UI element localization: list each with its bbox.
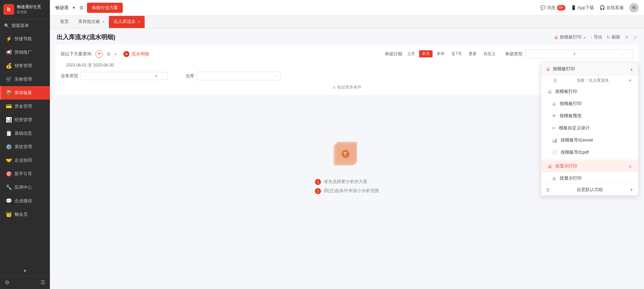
finance-icon: 💳 (6, 103, 12, 109)
dropdown-display-print-header[interactable]: 🖨 按显示打印 ▲ (541, 160, 638, 172)
display-print-header-label: 按显示打印 (555, 163, 577, 169)
tab-batch-account-close[interactable]: × (102, 20, 104, 24)
tab-inout-flow[interactable]: 出入库流水 × (109, 16, 144, 28)
warehouse-label: 仓库 (185, 73, 194, 79)
collapse-menu-icon[interactable]: ☰ (40, 279, 45, 286)
filter-settings-btn[interactable]: ⚙ (105, 50, 112, 58)
dropdown-item-template-excel[interactable]: 📊 按模板导出excel (541, 134, 638, 146)
sidebar-item-label: 企业微信 (14, 198, 32, 204)
enterprise-icon: 🤝 (6, 157, 12, 163)
empty-step-1-text: 请先选择要分析的方案 (324, 179, 368, 185)
window-close-btn[interactable]: ✕ (624, 34, 629, 41)
sidebar-scroll-down[interactable]: ▼ (0, 266, 50, 275)
app-download-btn[interactable]: 📱 App下载 (571, 5, 594, 11)
dropdown-item-template-pdf[interactable]: 📄 按模板导出pdf (541, 146, 638, 158)
quick-nav-icon: ⚡ (6, 36, 12, 42)
trial-btn[interactable]: 体验行业方案 (87, 3, 123, 13)
biz-type-select[interactable]: ▼ (80, 72, 168, 80)
sidebar-item-inventory[interactable]: 📦 库存核算 (0, 86, 50, 100)
print-dropdown-chevron[interactable]: ▲ (583, 35, 586, 39)
header-right: 💬 消息 99+ 📱 App下载 🎧 在线客服 畅 (540, 3, 639, 12)
print-template-label: 按模板打印 (560, 34, 582, 40)
filter-collapse-icon[interactable]: « (114, 51, 117, 56)
export-icon: ↑ (590, 35, 593, 40)
doc-type-select[interactable]: ▼ ··· (525, 49, 633, 58)
online-service-label: 在线客服 (606, 5, 624, 11)
set-default-icon: ☰ (546, 187, 550, 192)
dropdown-footer[interactable]: ☰ 设置默认功能 ▼ (541, 184, 638, 195)
dropdown-template-print-header[interactable]: 🖨 按模板打印 (541, 85, 638, 98)
date-btn-last-month[interactable]: 上月 (404, 50, 418, 57)
page-header: 出入库流水(流水明细) 🖨 按模板打印 ▲ ↑ 导出 ↻ 刷新 ✕ ⤢ (50, 28, 644, 45)
refresh-label: 刷新 (612, 34, 620, 40)
template-preview-icon: 👁 (552, 113, 556, 119)
tab-batch-account[interactable]: 库存批次账 × (74, 16, 109, 28)
dropdown-scrollable: ☰ 当前：出入库流水 ▼ 🖨 按模板打印 🖨 按模板打印 👁 按模板预览 (541, 76, 638, 184)
empty-step-2: 2 用[过滤]条件来缩小分析范围 (315, 188, 379, 194)
date-btn-custom[interactable]: 自定义 (481, 50, 498, 57)
export-label: 导出 (594, 34, 603, 40)
warehouse-ellipsis[interactable]: ··· (273, 74, 277, 78)
headset-icon: 🎧 (599, 5, 605, 10)
settings-icon[interactable]: ⚙ (5, 279, 9, 286)
settings-gear-icon[interactable]: ⚙ (79, 5, 84, 11)
sidebar-item-system[interactable]: ⚙️ 系统管理 (0, 140, 50, 154)
sidebar-item-quick-nav[interactable]: ⚡ 快捷导航 (0, 32, 50, 46)
print-template-btn[interactable]: 🖨 按模板打印 ▲ (554, 34, 586, 40)
dropdown-item-template-preview[interactable]: 👁 按模板预览 (541, 110, 638, 122)
active-filter-icon: ● (123, 51, 129, 57)
display-section-chevron[interactable]: ▲ (628, 164, 632, 168)
sidebar-item-apps[interactable]: 🔧 应用中心 (0, 181, 50, 194)
refresh-btn[interactable]: ↻ 刷新 (607, 34, 620, 40)
member-icon: 👑 (6, 211, 12, 217)
sidebar-item-marketing[interactable]: 📢 营销推广 (0, 46, 50, 59)
doc-type-ellipsis[interactable]: ··· (620, 51, 623, 56)
sidebar-item-purchase[interactable]: 🛒 采购管理 (0, 73, 50, 86)
biz-type-filter: 业务类型 ▼ (61, 72, 168, 80)
filter-label: 按以下方案查询 (61, 51, 91, 57)
tab-inout-flow-close[interactable]: × (138, 20, 140, 24)
header-left: 畅捷通 ▼ ⚙ 体验行业方案 (55, 3, 123, 13)
date-btn-more[interactable]: 更多 (466, 50, 479, 57)
dropdown-item-template-print[interactable]: 🖨 按模板打印 (541, 98, 638, 110)
dropdown-item-display-print[interactable]: 🖨 按显示打印 (541, 172, 638, 184)
collapse-more-btn[interactable]: ∧ 收起更多条件 (333, 84, 361, 90)
sidebar-item-guide[interactable]: 🎯 新手引导 (0, 167, 50, 181)
export-btn[interactable]: ↑ 导出 (590, 34, 603, 40)
tab-batch-account-label: 库存批次账 (78, 19, 100, 25)
filter-add-btn[interactable]: + (95, 50, 103, 58)
sidebar-search[interactable]: 🔍 搜索菜单 (0, 19, 50, 32)
sidebar-item-member[interactable]: 👑 畅会员 (0, 208, 50, 221)
date-btn-7days[interactable]: 近7天 (449, 50, 465, 57)
window-expand-btn[interactable]: ⤢ (633, 34, 637, 41)
user-dropdown-icon[interactable]: ▼ (72, 5, 76, 10)
sidebar-item-label: 企业协同 (14, 157, 32, 163)
tab-inout-flow-label: 出入库流水 (114, 19, 136, 25)
user-avatar[interactable]: 畅 (629, 3, 639, 12)
sidebar-item-label: 经营管理 (14, 117, 32, 123)
tab-bar: 首页 库存批次账 × 出入库流水 × (50, 16, 644, 28)
operations-icon: 📊 (6, 117, 12, 123)
sidebar-nav: ⚡ 快捷导航 📢 营销推广 💰 销售管理 🛒 采购管理 📦 库存核算 💳 资金管… (0, 32, 50, 266)
sidebar-item-enterprise[interactable]: 🤝 企业协同 (0, 154, 50, 167)
sidebar-item-finance[interactable]: 💳 资金管理 (0, 100, 50, 113)
current-label-text: 当前：出入库流水 (577, 78, 609, 83)
date-btn-this-month[interactable]: 本月 (419, 50, 433, 57)
online-service-btn[interactable]: 🎧 在线客服 (599, 5, 624, 11)
sidebar-item-operations[interactable]: 📊 经营管理 (0, 113, 50, 127)
date-quick-btns: 上月 本月 本年 近7天 更多 自定义 (404, 50, 498, 57)
tab-home[interactable]: 首页 (55, 16, 74, 28)
dropdown-chevron-up[interactable]: ▲ (629, 67, 634, 72)
basic-icon: 📋 (6, 130, 12, 136)
sidebar-item-wechat[interactable]: 💬 企业微信 (0, 194, 50, 208)
template-print-icon: 🖨 (552, 101, 556, 106)
date-btn-this-year[interactable]: 本年 (434, 50, 447, 57)
dropdown-item-template-custom[interactable]: ✏ 模板自定义设计 (541, 122, 638, 134)
template-pdf-icon: 📄 (552, 150, 557, 155)
messages-btn[interactable]: 💬 消息 99+ (540, 5, 565, 11)
empty-icon: ? (327, 137, 367, 170)
marketing-icon: 📢 (6, 49, 12, 55)
warehouse-input[interactable]: ··· (196, 72, 281, 80)
sidebar-item-sales[interactable]: 💰 销售管理 (0, 59, 50, 73)
sidebar-item-basic[interactable]: 📋 基础信息 (0, 127, 50, 140)
